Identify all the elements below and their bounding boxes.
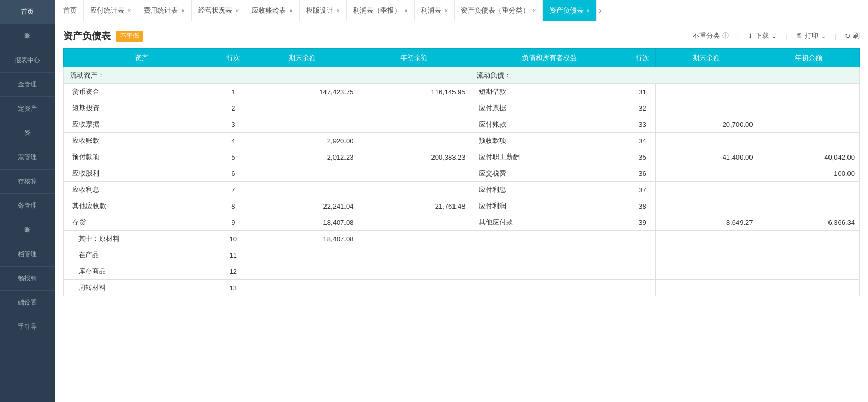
sidebar-item-business[interactable]: 务管理 — [0, 194, 55, 218]
tab-home[interactable]: 首页 — [57, 0, 84, 21]
tab-bs-reclassified[interactable]: 资产负债表（重分类） × — [455, 0, 542, 21]
cell-liability: 其他应付款 — [470, 214, 629, 231]
cell-year-bal — [358, 280, 470, 296]
report-table: 资产 行次 期末余额 年初余额 负债和所有者权益 行次 期末余额 年初余额 流动… — [63, 48, 860, 296]
table-row[interactable]: 预付款项 5 2,012.23 200,383.23 应付职工薪酬 35 41,… — [64, 149, 860, 165]
close-tab-expense-stat[interactable]: × — [181, 7, 184, 14]
table-row[interactable]: 货币资金 1 147,423.75 116,145.95 短期借款 31 — [64, 84, 860, 100]
cell-year-bal2 — [757, 133, 860, 149]
sidebar-item-assets[interactable]: 资 — [0, 121, 55, 145]
refresh-icon: ↻ — [845, 32, 851, 40]
cell-asset: 货币资金 — [64, 84, 220, 100]
cell-row-num2: 35 — [629, 149, 656, 165]
sidebar-item-guide[interactable]: 手引导 — [0, 315, 55, 339]
cell-end-bal2 — [656, 165, 757, 182]
cell-end-bal — [246, 263, 358, 280]
table-row[interactable]: 应收利息 7 应付利息 37 — [64, 182, 860, 198]
cell-end-bal2 — [656, 247, 757, 263]
close-tab-template[interactable]: × — [337, 7, 340, 14]
tab-business-stat[interactable]: 经营状况表 × — [192, 0, 245, 21]
page-title-area: 资产负债表 不平衡 — [63, 30, 143, 42]
cell-year-bal2: 100.00 — [757, 165, 860, 182]
tab-bs[interactable]: 资产负债表 × — [543, 0, 597, 21]
cell-end-bal: 2,920.00 — [246, 133, 358, 149]
cell-row-num: 3 — [220, 116, 246, 133]
cell-year-bal: 200,383.23 — [358, 149, 470, 165]
no-reclassify-btn[interactable]: 不重分类 ⓘ — [693, 31, 729, 41]
sidebar-item-report-center[interactable]: 报表中心 — [0, 48, 55, 73]
close-tab-ar-age[interactable]: × — [289, 7, 292, 14]
cell-end-bal2: 8,649.27 — [656, 214, 757, 231]
cell-row-num: 7 — [220, 182, 246, 198]
tab-bar: 首页 应付统计表 × 费用统计表 × 经营状况表 × 应收账龄表 × 模版设计 … — [55, 0, 868, 21]
close-tab-ap-stat[interactable]: × — [127, 7, 131, 14]
cell-liability — [470, 263, 629, 280]
sidebar-item-fixed-assets[interactable]: 定资产 — [0, 97, 55, 121]
cell-year-bal2 — [757, 263, 860, 280]
cell-end-bal2 — [656, 182, 757, 198]
print-icon: 🖶 — [796, 32, 803, 40]
sidebar-item-finance[interactable]: 金管理 — [0, 73, 55, 97]
cell-year-bal — [358, 214, 470, 231]
sidebar-item-home[interactable]: 首页 — [0, 0, 55, 24]
sidebar-item-archive[interactable]: 档管理 — [0, 242, 55, 267]
table-row[interactable]: 其中：原材料 10 18,407.08 — [64, 231, 860, 247]
table-row[interactable]: 应收票据 3 应付账款 33 20,700.00 — [64, 116, 860, 133]
download-btn[interactable]: ⤓ 下载 ⌄ — [747, 31, 777, 41]
print-btn[interactable]: 🖶 打印 ⌄ — [796, 31, 826, 41]
table-row[interactable]: 应收账款 4 2,920.00 预收款项 34 — [64, 133, 860, 149]
sidebar-item-account[interactable]: 账 — [0, 24, 55, 48]
cell-end-bal — [246, 116, 358, 133]
tab-profit[interactable]: 利润表 × — [415, 0, 455, 21]
table-row[interactable]: 周转材料 13 — [64, 280, 860, 296]
cell-liability: 应付账款 — [470, 116, 629, 133]
cell-liability — [470, 247, 629, 263]
cell-end-bal: 22,241.04 — [246, 198, 358, 214]
tab-expense-stat[interactable]: 费用统计表 × — [137, 0, 191, 21]
cell-year-bal — [358, 182, 470, 198]
cell-asset: 应收股利 — [64, 165, 220, 182]
close-tab-bs-reclassified[interactable]: × — [532, 7, 536, 14]
cell-end-bal2: 41,400.00 — [656, 149, 757, 165]
sidebar-item-base-settings[interactable]: 础设置 — [0, 291, 55, 315]
cell-end-bal: 147,423.75 — [246, 84, 358, 100]
cell-end-bal — [246, 165, 358, 182]
cell-row-num2 — [629, 280, 656, 296]
table-row[interactable]: 短期投资 2 应付票据 32 — [64, 100, 860, 116]
tab-profit-q[interactable]: 利润表（季报） × — [347, 0, 414, 21]
table-row[interactable]: 存货 9 18,407.08 其他应付款 39 8,649.27 6,366.3… — [64, 214, 860, 231]
cell-row-num: 10 — [220, 231, 246, 247]
sidebar-item-invoice[interactable]: 票管理 — [0, 145, 55, 170]
tab-template[interactable]: 模版设计 × — [300, 0, 347, 21]
group-label-assets: 流动资产： — [64, 67, 470, 84]
tab-scroll-right[interactable]: › — [599, 6, 601, 15]
sidebar-item-expense[interactable]: 畅报销 — [0, 267, 55, 291]
table-row[interactable]: 库存商品 12 — [64, 263, 860, 280]
tab-ap-stat[interactable]: 应付统计表 × — [84, 0, 137, 21]
sidebar-item-stock[interactable]: 存核算 — [0, 170, 55, 194]
cell-year-bal — [358, 100, 470, 116]
table-row[interactable]: 应收股利 6 应交税费 36 100.00 — [64, 165, 860, 182]
cell-row-num2: 37 — [629, 182, 656, 198]
cell-year-bal2 — [757, 198, 860, 214]
cell-year-bal — [358, 231, 470, 247]
close-tab-bs[interactable]: × — [587, 7, 590, 14]
cell-row-num2: 39 — [629, 214, 656, 231]
cell-year-bal — [358, 133, 470, 149]
cell-row-num2: 31 — [629, 84, 656, 100]
cell-liability — [470, 231, 629, 247]
col-header-year-start-balance: 年初余额 — [358, 49, 470, 67]
chevron-down-icon-2: ⌄ — [821, 32, 826, 40]
close-tab-profit[interactable]: × — [445, 7, 448, 14]
download-icon: ⤓ — [747, 32, 753, 40]
tab-ar-age[interactable]: 应收账龄表 × — [245, 0, 299, 21]
close-tab-profit-q[interactable]: × — [404, 7, 407, 14]
table-row[interactable]: 其他应收款 8 22,241.04 21,761.48 应付利润 38 — [64, 198, 860, 214]
sidebar-item-ledger[interactable]: 账 — [0, 218, 55, 242]
cell-row-num: 5 — [220, 149, 246, 165]
cell-year-bal2 — [757, 280, 860, 296]
cell-year-bal2 — [757, 247, 860, 263]
close-tab-business-stat[interactable]: × — [235, 7, 239, 14]
refresh-btn[interactable]: ↻ 刷 — [845, 31, 860, 41]
table-row[interactable]: 在产品 11 — [64, 247, 860, 263]
